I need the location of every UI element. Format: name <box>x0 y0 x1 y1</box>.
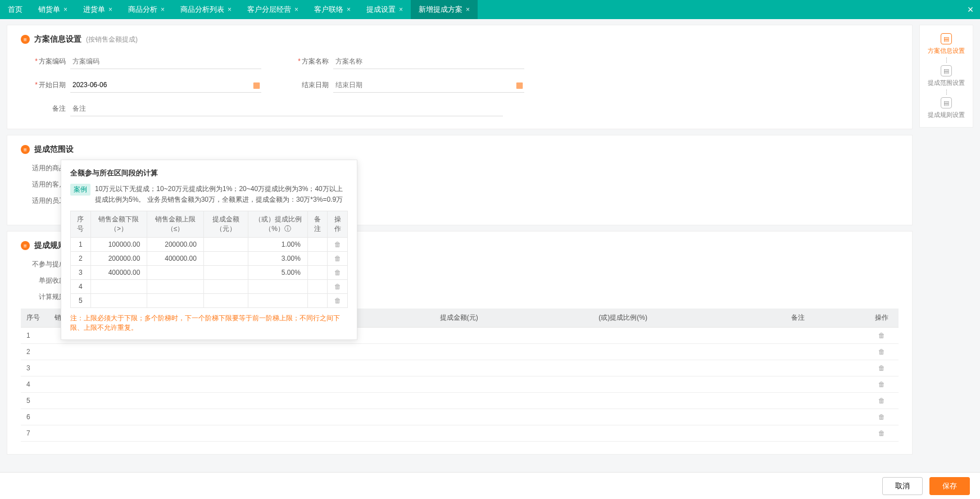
tab-home[interactable]: 首页 <box>0 0 30 19</box>
trash-icon[interactable]: 🗑 <box>878 348 885 356</box>
tab-commission-settings[interactable]: 提成设置× <box>359 0 411 19</box>
label-receipt: 单据收款 <box>21 276 66 285</box>
col-no: 序号 <box>21 309 49 328</box>
label-plan-code: *方案编码 <box>21 57 66 66</box>
input-plan-name[interactable] <box>333 53 524 69</box>
section-subtitle: (按销售金额提成) <box>86 35 138 44</box>
table-row: 2200000.00400000.003.00%🗑 <box>71 252 348 266</box>
tooltip-tier-full: 全额参与所在区间段的计算 案例 10万元以下无提成；10~20万元提成比例为1%… <box>61 160 357 340</box>
label-start-date: *开始日期 <box>21 80 66 90</box>
tooltip-note: 注：上限必须大于下限；多个阶梯时，下一个阶梯下限要等于前一阶梯上限；不同行之间下… <box>70 314 348 333</box>
tab-product-analysis[interactable]: 商品分析× <box>120 0 173 19</box>
info-icon: ⓘ <box>284 224 291 234</box>
tab-sales-order[interactable]: 销货单× <box>30 0 75 19</box>
label-calc-rule: 计算规则 <box>21 292 66 302</box>
label-end-date: 结束日期 <box>284 80 329 90</box>
list-icon: ▤ <box>941 33 952 44</box>
tab-purchase-order[interactable]: 进货单× <box>75 0 120 19</box>
anchor-divider <box>946 89 947 95</box>
input-end-date[interactable] <box>333 77 524 93</box>
tab-product-analysis-list[interactable]: 商品分析列表× <box>173 0 239 19</box>
label-applicable-customer: 适用的客户 <box>21 180 66 189</box>
close-all-tabs[interactable]: × <box>961 0 980 19</box>
cancel-button[interactable]: 取消 <box>882 477 923 495</box>
list-icon: ▤ <box>941 65 952 76</box>
trash-icon[interactable]: 🗑 <box>878 380 885 388</box>
trash-icon[interactable]: 🗑 <box>878 364 885 372</box>
table-row: 3400000.005.00%🗑 <box>71 266 348 280</box>
example-text: 10万元以下无提成；10~20万元提成比例为1%；20~40万提成比例为3%；4… <box>95 184 348 205</box>
calendar-icon[interactable]: ▦ <box>253 80 260 89</box>
list-icon: ▤ <box>941 97 952 108</box>
trash-icon[interactable]: 🗑 <box>878 429 885 437</box>
table-row: 1100000.00200000.001.00%🗑 <box>71 238 348 252</box>
trash-icon[interactable]: 🗑 <box>878 413 885 421</box>
trash-icon[interactable]: 🗑 <box>334 283 341 291</box>
close-icon[interactable]: × <box>399 6 403 13</box>
anchor-nav: ▤ 方案信息设置 ▤ 提成范围设置 ▤ 提成规则设置 <box>919 25 973 128</box>
table-row: 4🗑 <box>71 280 348 294</box>
tab-customer-contact[interactable]: 客户联络× <box>306 0 359 19</box>
table-row[interactable]: 2🗑 <box>21 344 899 360</box>
close-icon[interactable]: × <box>161 6 165 13</box>
tooltip-title: 全额参与所在区间段的计算 <box>70 168 348 178</box>
example-table: 序号 销售金额下限（>） 销售金额上限（≤） 提成金额（元） （或）提成比例（%… <box>70 211 348 308</box>
tab-bar: 首页 销货单× 进货单× 商品分析× 商品分析列表× 客户分层经营× 客户联络×… <box>0 0 980 19</box>
label-exclude: 不参与提成 <box>21 260 66 269</box>
table-row: 5🗑 <box>71 294 348 308</box>
col-action: 操作 <box>865 309 899 328</box>
input-start-date[interactable] <box>70 77 261 93</box>
label-remark: 备注 <box>21 104 66 114</box>
table-row[interactable]: 4🗑 <box>21 376 899 393</box>
section-title: 提成范围设 <box>34 144 74 155</box>
trash-icon[interactable]: 🗑 <box>878 332 885 339</box>
save-button[interactable]: 保存 <box>929 477 970 495</box>
anchor-rule[interactable]: ▤ 提成规则设置 <box>928 97 965 119</box>
section-icon: ≡ <box>21 241 30 250</box>
close-icon[interactable]: × <box>294 6 298 13</box>
close-icon[interactable]: × <box>63 6 67 13</box>
anchor-divider <box>946 57 947 63</box>
tab-new-commission-plan[interactable]: 新增提成方案× <box>411 0 478 19</box>
table-row[interactable]: 5🗑 <box>21 393 899 409</box>
table-row[interactable]: 7🗑 <box>21 425 899 442</box>
label-applicable-employee: 适用的员工 <box>21 196 66 206</box>
input-plan-code[interactable] <box>70 53 261 69</box>
example-badge: 案例 <box>70 184 90 196</box>
col-ratio: (或)提成比例(%) <box>593 309 785 328</box>
trash-icon[interactable]: 🗑 <box>334 269 341 276</box>
input-remark[interactable] <box>70 101 503 116</box>
panel-plan-info: ≡ 方案信息设置 (按销售金额提成) *方案编码 *方案名称 <box>7 25 913 129</box>
label-applicable-goods: 适用的商品 <box>21 164 66 173</box>
section-icon: ≡ <box>21 35 30 44</box>
trash-icon[interactable]: 🗑 <box>334 255 341 262</box>
col-amount: 提成金额(元) <box>434 309 593 328</box>
footer-bar: 取消 保存 <box>0 472 980 494</box>
anchor-scope[interactable]: ▤ 提成范围设置 <box>928 65 965 87</box>
anchor-plan-info[interactable]: ▤ 方案信息设置 <box>928 33 965 55</box>
col-remark: 备注 <box>786 309 865 328</box>
close-icon[interactable]: × <box>108 6 112 13</box>
trash-icon[interactable]: 🗑 <box>334 241 341 248</box>
close-icon[interactable]: × <box>228 6 232 13</box>
trash-icon[interactable]: 🗑 <box>878 397 885 405</box>
section-title: 方案信息设置 <box>34 34 81 44</box>
section-icon: ≡ <box>21 145 30 154</box>
close-icon[interactable]: × <box>347 6 351 13</box>
tab-customer-tier[interactable]: 客户分层经营× <box>239 0 306 19</box>
label-plan-name: *方案名称 <box>284 57 329 66</box>
calendar-icon[interactable]: ▦ <box>516 80 523 89</box>
trash-icon[interactable]: 🗑 <box>334 297 341 305</box>
close-icon[interactable]: × <box>466 6 470 13</box>
table-row[interactable]: 3🗑 <box>21 360 899 376</box>
table-row[interactable]: 6🗑 <box>21 409 899 425</box>
